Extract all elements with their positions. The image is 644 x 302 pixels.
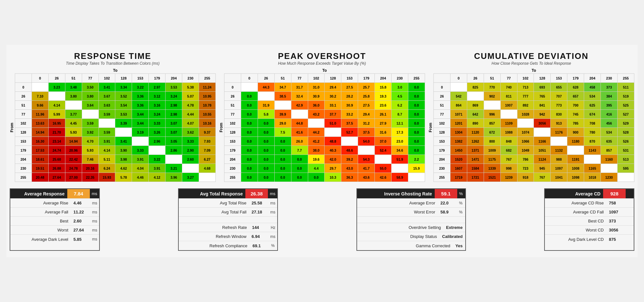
refresh-compliance-unit: % — [269, 242, 277, 249]
data-cell: 43.0 — [341, 164, 358, 173]
table-row: 1280.00.07.541.644.252.737.531.617.30.0 — [224, 128, 425, 137]
from-cell-10: 255 — [15, 173, 32, 182]
data-cell: 1230 — [601, 173, 618, 182]
from-cell-0: 0 — [434, 83, 450, 92]
data-cell: 21.70 — [48, 128, 65, 137]
table-row: 267.103.803.803.673.523.363.123.245.0710… — [15, 92, 216, 101]
data-cell: 416 — [601, 110, 618, 119]
avg-cd-unit — [626, 192, 634, 196]
data-cell: 3.12 — [149, 92, 166, 101]
data-cell: 3.22 — [149, 155, 166, 164]
table-row: 2550.00.00.00.00.010.336.343.642.658.9 — [224, 173, 425, 182]
data-cell — [308, 119, 325, 128]
data-cell: 19.6 — [308, 155, 325, 164]
data-cell: 2.98 — [166, 110, 182, 119]
data-cell: 513 — [617, 155, 634, 164]
data-cell: 3.44 — [132, 110, 149, 119]
data-cell: 31.9 — [258, 101, 274, 110]
data-cell: 892 — [517, 101, 534, 110]
data-cell: 373 — [601, 83, 618, 92]
data-cell: 767 — [534, 173, 551, 182]
header-cell-2: 26 — [48, 74, 65, 83]
data-cell: 4.45 — [65, 119, 82, 128]
data-cell: 913 — [551, 119, 567, 128]
data-cell: 30.9 — [308, 92, 325, 101]
avg-cd-fall-row: Average CD Fall 1097 — [545, 208, 634, 217]
data-cell: 800 — [484, 137, 500, 146]
data-cell: 625 — [584, 101, 601, 110]
header-cell-6: 128 — [325, 74, 341, 83]
data-cell: 0.0 — [308, 173, 325, 182]
avg-total-rise-label: Avg Total Rise — [179, 199, 249, 207]
from-cell-8: 204 — [224, 155, 241, 164]
data-cell: 674 — [584, 110, 601, 119]
avg-error-label: Average Error — [357, 199, 438, 207]
data-cell: 918 — [517, 173, 534, 182]
avg-dark-cd-label: Avg Dark Level CD — [545, 236, 606, 243]
data-cell: 51.9 — [392, 155, 408, 164]
data-cell: 34.6 — [392, 146, 408, 155]
data-cell: 26.0 — [291, 137, 308, 146]
data-cell: 642 — [467, 110, 484, 119]
data-cell: 55.0 — [375, 164, 392, 173]
data-cell: 1007 — [500, 101, 517, 110]
refresh-compliance-value: 69.1 — [250, 242, 269, 250]
data-cell: 3.0 — [392, 83, 408, 92]
peak-overshoot-title: PEAK OVERSHOOT — [219, 51, 425, 61]
data-cell — [149, 146, 166, 155]
best-unit: ms — [90, 218, 99, 225]
inverse-ghosting-row: Inverse Ghosting Rate 59.1 % — [357, 189, 465, 199]
data-cell: 708 — [584, 119, 601, 128]
data-cell: 786 — [517, 155, 534, 164]
from-cell-6: 153 — [224, 137, 241, 146]
data-cell: 44.2 — [308, 128, 325, 137]
data-cell: 3.53 — [166, 83, 182, 92]
data-cell: 0.0 — [258, 137, 274, 146]
worst-error-label: Worst Error — [357, 208, 438, 216]
from-cell-10: 255 — [224, 173, 241, 182]
data-cell: 25.60 — [48, 155, 65, 164]
data-cell: 2.97 — [149, 83, 166, 92]
inverse-ghosting-unit: % — [457, 189, 465, 198]
data-cell: 841 — [534, 101, 551, 110]
data-cell: 945 — [534, 164, 551, 173]
data-cell: 0.0 — [241, 92, 258, 101]
data-cell: 825 — [467, 83, 484, 92]
data-cell — [567, 146, 584, 155]
data-cell: 44.8 — [291, 119, 308, 128]
data-cell: 4.70 — [82, 137, 99, 146]
table-row: 03.233.483.503.413.343.222.973.535.3811.… — [15, 83, 216, 92]
table-row: 12813041120672108810741176900780534528 — [434, 128, 634, 137]
data-cell: 3.80 — [65, 92, 82, 101]
avg-response-label: Average Response — [10, 189, 67, 198]
header-cell-7: 153 — [341, 74, 358, 83]
data-cell: 395 — [601, 101, 618, 110]
data-cell: 51.0 — [325, 119, 341, 128]
data-cell: 52.7 — [341, 128, 358, 137]
spacer-row-1 — [179, 217, 277, 223]
gamma-corrected-value: Yes — [453, 242, 465, 250]
data-cell: 54.0 — [358, 137, 375, 146]
data-cell: 848 — [500, 137, 517, 146]
data-cell: 1382 — [450, 137, 467, 146]
data-cell: 52.4 — [375, 146, 392, 155]
table-row: 10213.6316.954.453.593.393.443.333.074.0… — [15, 119, 216, 128]
to-label-cd: To — [433, 68, 634, 73]
avg-error-unit: % — [457, 200, 465, 207]
data-cell: 3.54 — [115, 101, 132, 110]
data-cell: 5.38 — [182, 83, 199, 92]
data-cell — [484, 101, 500, 110]
avg-dark-cd-value: 875 — [606, 236, 626, 243]
data-cell: 3.24 — [166, 92, 182, 101]
header-cell-8: 179 — [358, 74, 375, 83]
data-cell: 0.0 — [274, 146, 291, 155]
data-cell: 36.3 — [341, 173, 358, 182]
data-cell: 22.35 — [82, 173, 99, 182]
from-cell-9: 230 — [15, 164, 32, 173]
data-cell: 4.46 — [132, 173, 149, 182]
data-cell: 36.0 — [308, 101, 325, 110]
avg-response-row: Average Response 7.84 ms — [10, 189, 99, 199]
data-cell: 0.0 — [291, 164, 308, 173]
avg-cd-main-row: Average CD 928 — [545, 189, 634, 199]
data-cell: 3.23 — [48, 83, 65, 92]
